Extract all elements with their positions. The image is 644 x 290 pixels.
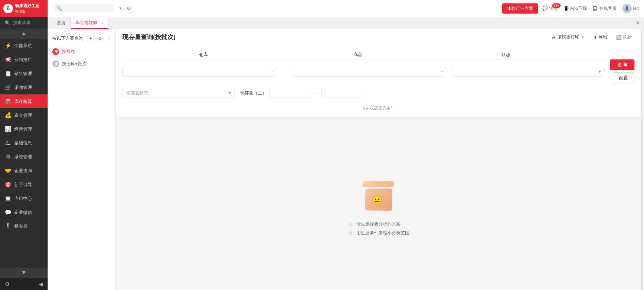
app-download-btn[interactable]: 📱 App下载: [563, 5, 587, 12]
sidebar-label-apps: 应用中心: [14, 196, 32, 202]
topbar-chevron-icon[interactable]: ▼: [118, 6, 122, 11]
settings-icon[interactable]: ⚙: [5, 281, 10, 287]
sidebar-item-system[interactable]: ⚙系统管理: [0, 150, 48, 164]
refresh-btn[interactable]: 🔄 刷新: [613, 33, 634, 41]
collapse-btn[interactable]: ∧∧ 收起更多条件: [122, 104, 634, 112]
tabbar-close-btn[interactable]: ✕: [635, 20, 640, 26]
scheme-by-batch[interactable]: 按 按批次: [48, 46, 115, 58]
sidebar-item-sales[interactable]: 📋销售管理: [0, 67, 48, 80]
status-select[interactable]: [452, 67, 605, 77]
sidebar-item-purchase[interactable]: 🛒采购管理: [0, 80, 48, 94]
sidebar-icon-finance: 💰: [5, 112, 12, 119]
empty-tips: 1 请先选择要分析的方案 2 用过滤条件来缩小分析范围: [348, 221, 409, 236]
warehouse-input-wrap: ···: [122, 67, 275, 77]
filter-area: 仓库 商品 状态 ···: [116, 45, 641, 117]
tab-batch-account[interactable]: 库存批次账 ✕: [71, 17, 109, 29]
print-icon: 🖨: [552, 35, 556, 40]
sidebar-icon-operation: 📊: [5, 126, 12, 132]
messages-btn[interactable]: 💬 消息 99+: [542, 5, 558, 12]
sidebar-item-operation[interactable]: 📊经营管理: [0, 122, 48, 136]
sidebar-scroll-down[interactable]: ▼: [0, 268, 48, 278]
sidebar-search[interactable]: 🔍 搜索菜单: [0, 17, 48, 29]
search-label: 搜索菜单: [13, 20, 31, 26]
sidebar-item-enterprise[interactable]: 🤝企业协同: [0, 164, 48, 178]
scheme-icon-gray: 按: [52, 60, 59, 67]
scheme-settings-btn[interactable]: ⚙: [96, 35, 104, 42]
settings-btn[interactable]: 设置: [612, 72, 634, 84]
customer-service-btn[interactable]: 🎧 在线客服: [592, 5, 617, 12]
add-scheme-btn[interactable]: ＋: [87, 35, 94, 42]
topbar-search-wrap[interactable]: 🔍: [53, 4, 114, 12]
scheme-label-0: 按批次: [62, 49, 75, 55]
empty-illustration: 😐: [355, 171, 402, 216]
topbar-settings-icon[interactable]: ⚙: [126, 5, 131, 12]
sidebar-label-marketing: 营销推广: [14, 57, 32, 63]
tip-text-1: 请先选择要分析的方案: [356, 221, 401, 227]
tab-close-icon[interactable]: ✕: [100, 20, 104, 25]
sidebar-icon-basic: 🗂: [5, 140, 12, 146]
sidebar-label-newuser: 新手引导: [14, 182, 32, 188]
app-name-block: 畅康通好生意 标准版: [15, 3, 39, 14]
export-btn[interactable]: ⬆ 导出: [591, 33, 610, 41]
stock-main-field: 现存量（主） —: [240, 88, 464, 98]
sidebar-item-wechat[interactable]: 💬企业微信: [0, 205, 48, 219]
sidebar-label-finance: 资金管理: [14, 112, 32, 119]
sidebar-item-vip[interactable]: 🎖畅会员: [0, 219, 48, 233]
right-panel: 现存量查询(按批次) 🖨 按模板打印 ▼ ⬆ 导出 🔄 刷新: [116, 29, 641, 290]
experience-btn[interactable]: 体验行业方案: [502, 3, 538, 14]
query-btn[interactable]: 查询: [610, 59, 634, 70]
scheme-icon-red: 按: [52, 48, 59, 55]
headset-icon: 🎧: [592, 6, 598, 11]
stock-main-start-input[interactable]: [269, 88, 310, 98]
product-input[interactable]: [293, 67, 446, 77]
scheme-by-warehouse-batch[interactable]: 按 按仓库+批次: [48, 58, 115, 70]
warehouse-input[interactable]: [122, 67, 275, 77]
sidebar-label-system: 系统管理: [14, 154, 32, 160]
sidebar-label-wechat: 企业微信: [14, 210, 32, 216]
sidebar-item-apps[interactable]: 🔲应用中心: [0, 192, 48, 205]
refresh-icon: 🔄: [616, 35, 622, 40]
print-dropdown-icon[interactable]: ▼: [581, 35, 584, 39]
collapse-row: ∧∧ 收起更多条件: [122, 102, 634, 112]
warehouse-field: ···: [122, 67, 275, 77]
sidebar-label-purchase: 采购管理: [14, 85, 32, 91]
sidebar-label-operation: 经营管理: [14, 126, 32, 132]
stock-main-label: 现存量（主）: [240, 90, 267, 96]
messages-badge: 99+: [552, 3, 561, 8]
sidebar-item-basic[interactable]: 🗂基础信息: [0, 136, 48, 150]
empty-state: 😐 1 请先选择要分析的方案 2 用过滤条件来缩小分析范围: [116, 117, 641, 290]
collapse-up-icon: ∧∧: [362, 106, 369, 111]
product-more-icon[interactable]: ···: [441, 69, 443, 75]
sidebar-item-newuser[interactable]: 🎯新手引导: [0, 178, 48, 192]
filter-labels-row: 仓库 商品 状态: [122, 50, 634, 59]
warehouse-more-icon[interactable]: ···: [270, 69, 273, 75]
stock-main-end-input[interactable]: [321, 88, 362, 98]
sidebar-item-quick-nav[interactable]: ⚡快捷导航: [0, 39, 48, 53]
user-name: Rit: [633, 6, 639, 11]
tip-num-2: 2: [348, 230, 354, 236]
collapse-panel-icon[interactable]: 《: [106, 35, 111, 41]
sidebar-item-marketing[interactable]: 📢营销推广: [0, 53, 48, 67]
topbar-search-input[interactable]: [64, 6, 105, 11]
print-template-btn[interactable]: 🖨 按模板打印 ▼: [549, 33, 587, 41]
sidebar-label-enterprise: 企业协同: [14, 168, 32, 174]
phone-icon: 📱: [563, 6, 569, 11]
status-field: ▼: [452, 67, 605, 77]
empty-tip-2: 2 用过滤条件来缩小分析范围: [348, 230, 409, 236]
stock-dash: —: [310, 90, 321, 95]
export-icon: ⬆: [593, 35, 597, 40]
content-area: 按以下方案查询 ＋ ⚙ 《 按 按批次 按 按仓库+批次 现存量查询(按批次): [48, 29, 644, 290]
tab-home[interactable]: 首页: [52, 17, 71, 29]
product-field: ···: [293, 67, 446, 77]
sidebar-item-finance[interactable]: 💰资金管理: [0, 108, 48, 122]
sidebar-scroll-up[interactable]: ▲: [0, 29, 48, 39]
tab-home-label: 首页: [57, 20, 66, 26]
user-profile-btn[interactable]: 👤 Rit: [622, 4, 639, 13]
empty-tip-1: 1 请先选择要分析的方案: [348, 221, 409, 227]
sidebar-item-inventory[interactable]: 📦库存核算: [0, 94, 48, 108]
right-scrollbar[interactable]: [641, 29, 644, 290]
tip-num-1: 1: [348, 221, 354, 227]
collapse-sidebar-icon[interactable]: ◀: [39, 281, 43, 287]
message-icon: 💬: [542, 6, 548, 11]
stock-status-select[interactable]: 现存量状态: [122, 88, 235, 98]
